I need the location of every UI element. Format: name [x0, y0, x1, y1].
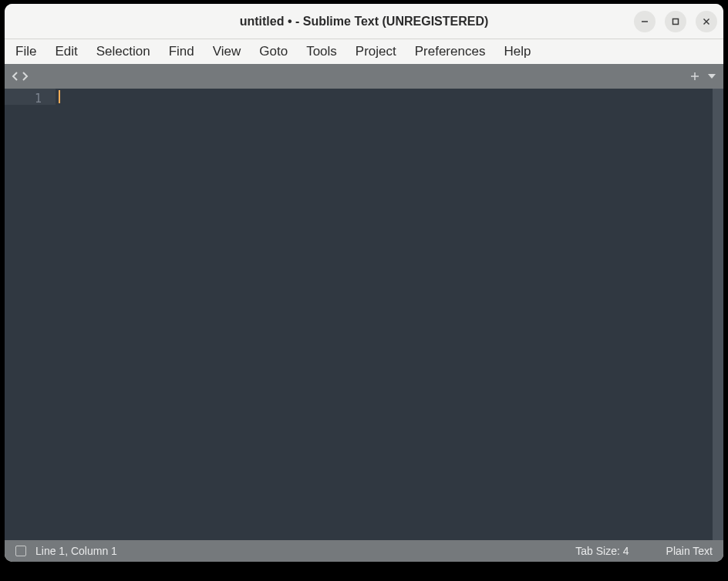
- menu-view[interactable]: View: [204, 41, 251, 62]
- maximize-button[interactable]: [665, 11, 686, 32]
- application-window: untitled • - Sublime Text (UNREGISTERED)…: [5, 4, 723, 562]
- tab-next-button[interactable]: [20, 71, 29, 82]
- line-number: 1: [5, 91, 42, 107]
- menu-file[interactable]: File: [9, 41, 46, 62]
- titlebar: untitled • - Sublime Text (UNREGISTERED): [5, 4, 723, 39]
- maximize-icon: [671, 17, 680, 26]
- chevron-left-icon: [11, 71, 20, 82]
- close-button[interactable]: [696, 11, 717, 32]
- gutter: 1: [5, 89, 56, 540]
- new-tab-button[interactable]: [689, 71, 700, 82]
- minimize-icon: [640, 17, 649, 26]
- tabbar: [5, 64, 723, 89]
- menu-project[interactable]: Project: [346, 41, 406, 62]
- editor-area[interactable]: 1: [5, 89, 723, 540]
- statusbar-right: Tab Size: 4 Plain Text: [575, 545, 713, 557]
- window-title: untitled • - Sublime Text (UNREGISTERED): [240, 15, 489, 29]
- close-icon: [702, 17, 711, 26]
- tab-dropdown-button[interactable]: [706, 71, 717, 82]
- tab-prev-button[interactable]: [11, 71, 20, 82]
- status-syntax[interactable]: Plain Text: [666, 545, 713, 557]
- chevron-down-icon: [706, 71, 717, 82]
- statusbar: Line 1, Column 1 Tab Size: 4 Plain Text: [5, 540, 723, 562]
- status-tab-size[interactable]: Tab Size: 4: [575, 545, 629, 557]
- tab-nav: [11, 71, 29, 82]
- scrollbar-vertical[interactable]: [713, 89, 723, 540]
- minimize-button[interactable]: [634, 11, 656, 32]
- menu-help[interactable]: Help: [494, 41, 540, 62]
- plus-icon: [689, 71, 700, 82]
- chevron-right-icon: [20, 71, 29, 82]
- menu-edit[interactable]: Edit: [46, 41, 86, 62]
- tabbar-right: [689, 71, 717, 82]
- menu-goto[interactable]: Goto: [250, 41, 297, 62]
- svg-rect-1: [673, 18, 679, 24]
- panel-toggle-icon[interactable]: [15, 546, 26, 556]
- menu-find[interactable]: Find: [160, 41, 204, 62]
- menu-tools[interactable]: Tools: [297, 41, 346, 62]
- menu-selection[interactable]: Selection: [87, 41, 160, 62]
- editor-content[interactable]: [56, 89, 723, 540]
- menu-preferences[interactable]: Preferences: [406, 41, 495, 62]
- window-controls: [634, 11, 717, 32]
- status-position[interactable]: Line 1, Column 1: [35, 545, 117, 557]
- text-cursor: [59, 90, 60, 103]
- menubar: File Edit Selection Find View Goto Tools…: [5, 39, 723, 64]
